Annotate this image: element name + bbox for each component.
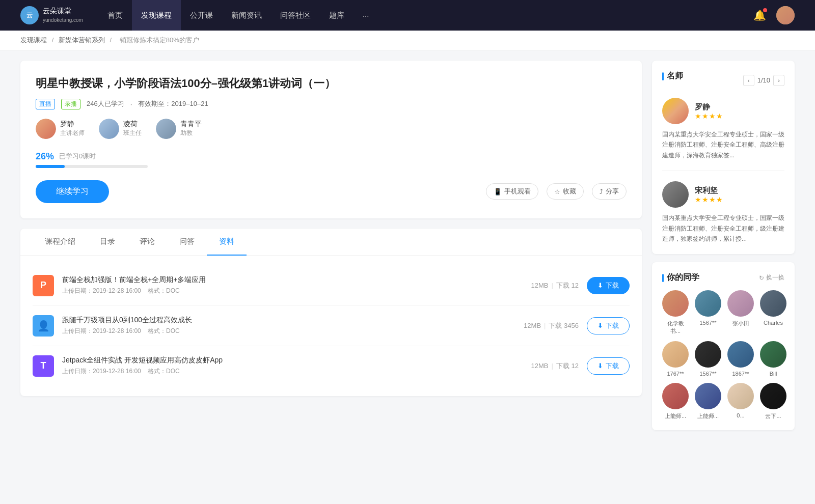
logo-icon: 云 [20, 6, 39, 24]
nav-item-more[interactable]: ··· [354, 0, 378, 31]
tab-intro[interactable]: 课程介绍 [33, 229, 88, 256]
classmate-avatar-12 [760, 383, 786, 409]
classmate-name-12: 云下... [765, 412, 781, 420]
nav-item-news[interactable]: 新闻资讯 [222, 0, 271, 31]
valid-until: 有效期至：2019–10–21 [138, 99, 208, 108]
tab-review[interactable]: 评论 [127, 229, 167, 256]
share-button[interactable]: ⤴ 分享 [592, 183, 627, 200]
teacher-page: 1/10 [757, 76, 770, 84]
classmate-name-2: 1567** [699, 320, 716, 326]
classmate-5[interactable]: 1767** [662, 341, 689, 377]
classmate-12[interactable]: 云下... [760, 383, 786, 420]
classmate-avatar-3 [727, 290, 754, 317]
sidebar-teacher-header-2: 宋利坚 ★★★★ [662, 181, 784, 208]
mobile-watch-button[interactable]: 📱 手机观看 [486, 183, 538, 200]
favorite-button[interactable]: ☆ 收藏 [547, 183, 584, 200]
resource-info-2: 跟随千万级项目从0到100全过程高效成长 上传日期：2019-12-28 16:… [62, 316, 515, 335]
classmate-avatar-1 [662, 290, 689, 317]
resource-stats-2: 12MB | 下载 3456 [524, 321, 579, 330]
tab-catalog[interactable]: 目录 [88, 229, 127, 256]
refresh-icon: ↻ [759, 274, 764, 282]
classmate-10[interactable]: 上能师... [695, 383, 721, 420]
classmate-avatar-9 [662, 383, 689, 409]
progress-bar-fill [36, 165, 65, 168]
classmate-name-7: 1867** [732, 371, 749, 377]
sidebar-teacher-1: 罗静 ★★★★ 国内某重点大学安全工程专业硕士，国家一级注册消防工程师、注册安全… [662, 98, 784, 171]
breadcrumb: 发现课程 / 新媒体营销系列 / 销冠修炼术搞定80%的客户 [0, 31, 815, 50]
teacher-role-3: 助教 [180, 129, 202, 137]
sidebar-teacher-name-1: 罗静 [695, 102, 723, 112]
students-count: 246人已学习 [87, 99, 124, 108]
resource-info-3: Jetpack全组件实战 开发短视频应用高仿皮皮虾App 上传日期：2019-1… [62, 356, 523, 376]
resource-stats-1: 12MB | 下载 12 [531, 281, 579, 290]
resource-name-1: 前端全栈加强版！前端全栈+全周期+多端应用 [62, 275, 523, 285]
classmate-avatar-4 [760, 290, 786, 317]
logo[interactable]: 云 云朵课堂yundoketang.com [20, 6, 83, 24]
share-icon: ⤴ [600, 188, 603, 195]
sidebar-teacher-name-2: 宋利坚 [695, 186, 723, 195]
teacher-next-button[interactable]: › [773, 75, 784, 86]
download-button-1[interactable]: ⬇ 下载 [587, 277, 630, 294]
refresh-button[interactable]: ↻ 换一换 [759, 273, 784, 282]
bell-icon[interactable]: 🔔 [753, 9, 766, 21]
action-buttons: 📱 手机观看 ☆ 收藏 ⤴ 分享 [486, 183, 627, 200]
classmate-2[interactable]: 1567** [695, 290, 721, 335]
continue-button[interactable]: 继续学习 [36, 180, 109, 203]
breadcrumb-link-series[interactable]: 新媒体营销系列 [59, 36, 105, 44]
classmate-name-5: 1767** [667, 371, 684, 377]
nav-item-home[interactable]: 首页 [98, 0, 132, 31]
classmate-avatar-6 [695, 341, 721, 368]
tab-qa[interactable]: 问答 [167, 229, 207, 256]
classmates-header: 你的同学 ↻ 换一换 [662, 272, 784, 283]
tab-resources[interactable]: 资料 [207, 229, 247, 256]
nav-items: 首页 发现课程 公开课 新闻资讯 问答社区 题库 ··· [98, 0, 753, 31]
classmate-1[interactable]: 化学教书... [662, 290, 689, 335]
nav-item-discover[interactable]: 发现课程 [132, 0, 181, 31]
progress-text: 已学习0课时 [59, 152, 96, 161]
download-icon-3: ⬇ [597, 362, 603, 370]
download-button-3[interactable]: ⬇ 下载 [587, 357, 630, 375]
mobile-icon: 📱 [494, 188, 502, 195]
teacher-prev-button[interactable]: ‹ [743, 75, 754, 86]
sidebar: 名师 ‹ 1/10 › 罗静 ★★★★ 国内某重点大学安全工程专业硕士，国家一级… [652, 61, 795, 438]
sidebar-teacher-avatar-1 [662, 98, 689, 124]
download-button-2[interactable]: ⬇ 下载 [587, 317, 630, 334]
breadcrumb-link-discover[interactable]: 发现课程 [20, 36, 47, 44]
resource-meta-3: 上传日期：2019-12-28 16:00 格式：DOC [62, 367, 523, 376]
sidebar-teacher-desc-1: 国内某重点大学安全工程专业硕士，国家一级注册消防工程师、注册安全工程师、高级注册… [662, 129, 784, 160]
main-layout: 明星中教授课，小学阶段语法100分–强化级第1讲动词（一） 直播 录播 246人… [0, 50, 815, 449]
nav-item-qa[interactable]: 问答社区 [271, 0, 320, 31]
resource-icon-2: 👤 [33, 315, 54, 337]
teacher-name-1: 罗静 [60, 120, 85, 129]
sidebar-teacher-avatar-2 [662, 181, 689, 208]
classmate-4[interactable]: Charles [760, 290, 786, 335]
user-avatar-nav[interactable] [776, 6, 795, 24]
course-meta: 直播 录播 246人已学习 · 有效期至：2019–10–21 [36, 99, 627, 109]
classmate-name-9: 上能师... [665, 412, 686, 420]
teacher-avatar-2 [99, 119, 119, 139]
sidebar-teacher-desc-2: 国内某重点大学安全工程专业硕士，国家一级注册消防工程师、注册安全工程师，级注册建… [662, 213, 784, 244]
tabs-header: 课程介绍 目录 评论 问答 资料 [20, 229, 642, 256]
classmate-avatar-8 [760, 341, 786, 368]
download-icon-1: ⬇ [597, 282, 603, 289]
classmate-3[interactable]: 张小田 [727, 290, 754, 335]
teacher-role-2: 班主任 [123, 129, 142, 137]
resource-item-2: 👤 跟随千万级项目从0到100全过程高效成长 上传日期：2019-12-28 1… [33, 306, 630, 346]
resource-name-2: 跟随千万级项目从0到100全过程高效成长 [62, 316, 515, 325]
notification-dot [763, 8, 767, 12]
nav-item-public[interactable]: 公开课 [181, 0, 222, 31]
tabs-section: 课程介绍 目录 评论 问答 资料 P 前端全栈加强版！前端全栈+全周期+多端应用… [20, 229, 642, 396]
classmate-7[interactable]: 1867** [727, 341, 754, 377]
classmate-name-10: 上能师... [697, 412, 719, 420]
classmate-name-8: Bill [770, 371, 777, 377]
nav-item-problems[interactable]: 题库 [320, 0, 354, 31]
resource-icon-3: T [33, 355, 54, 377]
progress-section: 26% 已学习0课时 [36, 151, 627, 168]
badge-record: 录播 [61, 99, 80, 109]
classmate-6[interactable]: 1567** [695, 341, 721, 377]
classmate-8[interactable]: Bill [760, 341, 786, 377]
classmate-11[interactable]: 0... [727, 383, 754, 420]
classmates-title: 你的同学 [662, 272, 699, 283]
classmate-avatar-10 [695, 383, 721, 409]
classmate-9[interactable]: 上能师... [662, 383, 689, 420]
